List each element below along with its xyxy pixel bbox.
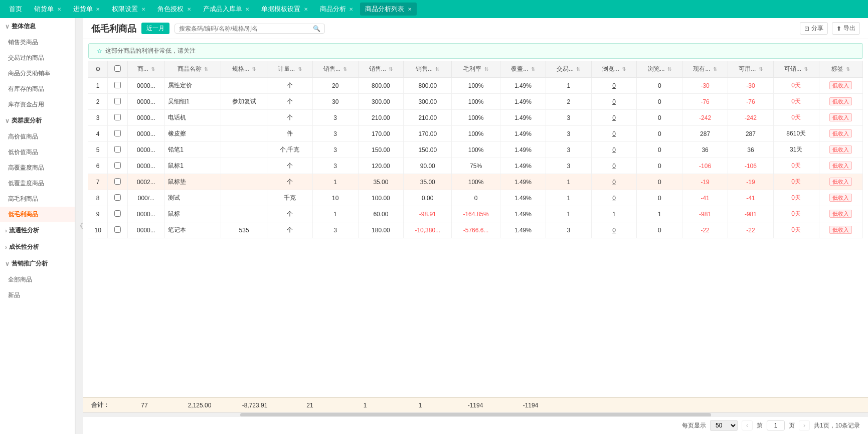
cell-name[interactable]: 橡皮擦 — [165, 126, 221, 142]
cell-checkbox[interactable] — [108, 110, 127, 126]
cell-views1[interactable]: 0 — [591, 174, 637, 190]
cell-name[interactable]: 吴细细1 — [165, 94, 221, 110]
cell-name[interactable]: 电话机 — [165, 110, 221, 126]
col-sellable-days[interactable]: 可销... ⇅ — [773, 61, 819, 78]
cell-views1[interactable]: 0 — [591, 222, 637, 238]
row-checkbox[interactable] — [114, 162, 121, 169]
sidebar-collapse-btn[interactable]: 《 — [75, 18, 83, 434]
sidebar-group-flow[interactable]: › 流通性分析 — [0, 222, 75, 239]
cell-checkbox[interactable] — [108, 94, 127, 110]
cell-views1[interactable]: 0 — [591, 78, 637, 94]
cell-name[interactable]: 鼠标垫 — [165, 174, 221, 190]
cell-name[interactable]: 笔记本 — [165, 222, 221, 238]
sidebar-item-traded-products[interactable]: 交易过的商品 — [0, 50, 75, 66]
col-name[interactable]: 商品名称 ⇅ — [165, 61, 221, 78]
cell-views1[interactable]: 0 — [591, 126, 637, 142]
current-page-input[interactable] — [767, 420, 785, 430]
col-available-stock[interactable]: 可用... ⇅ — [728, 61, 774, 78]
cell-views1[interactable]: 0 — [591, 94, 637, 110]
row-checkbox[interactable] — [114, 114, 121, 120]
row-checkbox[interactable] — [114, 98, 121, 104]
col-gross-margin[interactable]: 毛利率 ⇅ — [452, 61, 500, 78]
sidebar-group-cluster[interactable]: ∨ 类群度分析 — [0, 112, 75, 129]
cell-checkbox[interactable] — [108, 78, 127, 94]
col-settings[interactable]: ⚙ — [88, 61, 108, 78]
col-views1[interactable]: 浏览... ⇅ — [591, 61, 637, 78]
col-sales-qty[interactable]: 销售... ⇅ — [312, 61, 358, 78]
nav-product-analysis-list[interactable]: 商品分析列表 ✕ — [360, 3, 417, 16]
row-checkbox[interactable] — [114, 82, 121, 88]
search-icon[interactable]: 🔍 — [313, 25, 320, 32]
sidebar-item-sales-products[interactable]: 销售类商品 — [0, 35, 75, 50]
filter-btn[interactable]: 近一月 — [141, 23, 169, 34]
cell-views1[interactable]: 1 — [591, 206, 637, 222]
cell-current-stock: -41 — [682, 190, 728, 206]
cell-checkbox[interactable] — [108, 174, 127, 190]
sidebar-group-overall[interactable]: ∨ 整体信息 — [0, 18, 75, 35]
row-checkbox[interactable] — [114, 226, 121, 233]
sidebar-item-new-products[interactable]: 新品 — [0, 287, 75, 303]
sidebar-item-low-margin[interactable]: 低毛利商品 — [0, 207, 75, 222]
page-size-select[interactable]: 50 20 100 — [710, 420, 738, 431]
row-checkbox[interactable] — [114, 210, 121, 217]
nav-product-inbound[interactable]: 产成品入库单 ✕ — [198, 3, 255, 16]
col-tag[interactable]: 标签 ⇅ — [819, 61, 862, 78]
total-available-stock: -1194 — [510, 402, 551, 409]
sidebar-item-category-rate[interactable]: 商品分类助销率 — [0, 66, 75, 81]
cell-checkbox[interactable] — [108, 206, 127, 222]
cell-views1[interactable]: 0 — [591, 158, 637, 174]
export-button[interactable]: ⬆ 导出 — [832, 22, 860, 35]
cell-sellable-days: 0天 — [773, 110, 819, 126]
row-checkbox[interactable] — [114, 146, 121, 153]
cell-checkbox[interactable] — [108, 126, 127, 142]
cell-name[interactable]: 鼠标1 — [165, 158, 221, 174]
cell-views1[interactable]: 0 — [591, 142, 637, 158]
col-sales-price[interactable]: 销售... ⇅ — [358, 61, 404, 78]
nav-home[interactable]: 首页 — [4, 3, 27, 16]
col-trade-count[interactable]: 交易... ⇅ — [546, 61, 591, 78]
nav-role-auth[interactable]: 角色授权 ✕ — [152, 3, 196, 16]
row-checkbox[interactable] — [114, 194, 121, 201]
sidebar-item-all-products[interactable]: 全部商品 — [0, 272, 75, 287]
prev-page-btn[interactable]: ‹ — [742, 420, 753, 430]
cell-views1[interactable]: 0 — [591, 110, 637, 126]
cell-views1[interactable]: 0 — [591, 190, 637, 206]
sidebar-item-stock-products[interactable]: 有库存的商品 — [0, 81, 75, 97]
col-unit[interactable]: 计量... ⇅ — [267, 61, 312, 78]
col-spec[interactable]: 规格... ⇅ — [221, 61, 267, 78]
nav-product-analysis[interactable]: 商品分析 ✕ — [315, 3, 359, 16]
col-sales-amount[interactable]: 销售... ⇅ — [404, 61, 452, 78]
col-code[interactable]: 商... ⇅ — [127, 61, 165, 78]
sidebar-group-marketing[interactable]: ∨ 营销推广分析 — [0, 255, 75, 272]
nav-template-settings[interactable]: 单据模板设置 ✕ — [256, 3, 313, 16]
select-all-checkbox[interactable] — [114, 65, 121, 72]
col-views2[interactable]: 浏览... ⇅ — [637, 61, 682, 78]
cell-checkbox[interactable] — [108, 158, 127, 174]
cell-checkbox[interactable] — [108, 222, 127, 238]
next-page-btn[interactable]: › — [799, 420, 810, 430]
cell-name[interactable]: 测试 — [165, 190, 221, 206]
search-input[interactable] — [179, 25, 311, 32]
sidebar-item-low-coverage[interactable]: 低覆盖度商品 — [0, 176, 75, 191]
nav-sales-order[interactable]: 销货单 ✕ — [29, 3, 66, 16]
col-current-stock[interactable]: 现有... ⇅ — [682, 61, 728, 78]
sidebar-item-high-margin[interactable]: 高毛利商品 — [0, 191, 75, 207]
sidebar-item-stock-capital[interactable]: 库存资金占用 — [0, 97, 75, 112]
nav-purchase-order[interactable]: 进货单 ✕ — [68, 3, 105, 16]
nav-permissions[interactable]: 权限设置 ✕ — [107, 3, 150, 16]
cell-name[interactable]: 铅笔1 — [165, 142, 221, 158]
sidebar-item-high-value[interactable]: 高价值商品 — [0, 129, 75, 144]
row-checkbox[interactable] — [114, 130, 121, 136]
row-checkbox[interactable] — [114, 178, 121, 185]
sidebar-item-high-coverage[interactable]: 高覆盖度商品 — [0, 160, 75, 176]
cell-checkbox[interactable] — [108, 190, 127, 206]
cell-trade-count: 3 — [546, 110, 591, 126]
share-button[interactable]: ⊡ 分享 — [800, 22, 828, 35]
col-coverage[interactable]: 覆盖... ⇅ — [500, 61, 546, 78]
col-checkbox[interactable] — [108, 61, 127, 78]
sidebar-group-growth[interactable]: › 成长性分析 — [0, 239, 75, 255]
cell-name[interactable]: 属性定价 — [165, 78, 221, 94]
cell-checkbox[interactable] — [108, 142, 127, 158]
sidebar-item-low-value[interactable]: 低价值商品 — [0, 144, 75, 160]
cell-name[interactable]: 鼠标 — [165, 206, 221, 222]
